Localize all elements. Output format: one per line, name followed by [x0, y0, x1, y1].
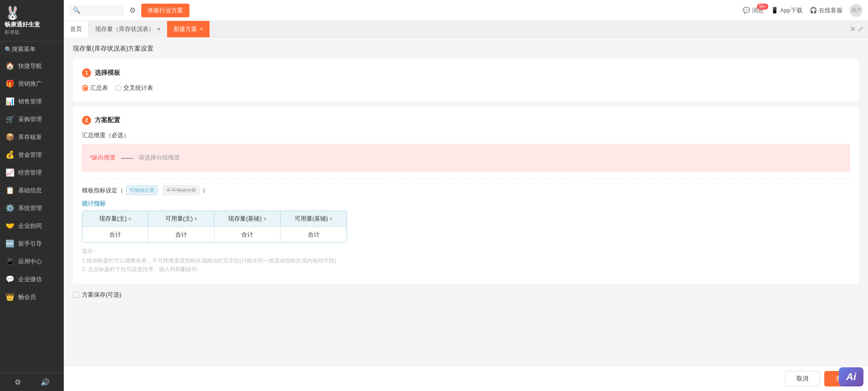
inventory-tab-close[interactable]: ×	[157, 26, 160, 32]
home-icon: 🏠	[5, 62, 15, 70]
sidebar-item-marketing[interactable]: 🎁 营销推广	[0, 75, 64, 93]
indicator-table: 现存量(主) ▾ 可用量(主) ▾ 现存量(基辅) ▾ 可用量(基辅) ▾	[82, 211, 347, 243]
radio-cross-dot	[115, 85, 122, 91]
home-tab-label: 首页	[70, 25, 82, 33]
sidebar-item-member[interactable]: 👑 畅会员	[0, 288, 64, 306]
sidebar-item-quick-nav[interactable]: 🏠 快捷导航	[0, 57, 64, 75]
indicator-settings: 模板指标设定（ 可拖动位置 不可拖动位置 ）	[82, 185, 850, 195]
sidebar-item-new-guide[interactable]: 🆕 新手引导	[0, 235, 64, 252]
sidebar-search[interactable]: 🔍 搜索菜单	[0, 41, 64, 57]
save-checkbox[interactable]	[73, 292, 79, 298]
sidebar-item-finance[interactable]: 💰 资金管理	[0, 146, 64, 164]
sidebar-item-basic-info[interactable]: 📋 基础信息	[0, 181, 64, 199]
radio-cross[interactable]: 交叉统计表	[115, 84, 153, 92]
new-plan-tab-close[interactable]: ×	[200, 26, 203, 32]
sidebar-item-cooperation[interactable]: 🤝 企业协同	[0, 217, 64, 235]
indicator-table-header: 现存量(主) ▾ 可用量(主) ▾ 现存量(基辅) ▾ 可用量(基辅) ▾	[82, 211, 347, 226]
tips-box: 提示： 1.拖动标题栏可以调整布局，不可跨维度或指标区域拖动栏目字段(只能在同一…	[82, 247, 850, 273]
sidebar-item-system[interactable]: ⚙️ 系统管理	[0, 199, 64, 217]
topbar: 🔍 ⚙ 体验行业方案 💬 消息 99+ 📱 App下载 🎧 在线客服 用户	[64, 0, 868, 21]
wechat-icon: 💬	[5, 275, 15, 283]
sidebar-item-label: 新手引导	[18, 240, 42, 248]
content-area: 现存量(库存状况表)方案设置 1 选择模板 汇总表 交叉统计表 2	[64, 37, 868, 366]
radio-cross-label: 交叉统计表	[123, 84, 153, 92]
topbar-online-service[interactable]: 🎧 在线客服	[810, 6, 842, 15]
dimension-box[interactable]: *纵向维度 —— 请选择分组维度	[82, 144, 850, 171]
template-radio-group: 汇总表 交叉统计表	[82, 84, 850, 92]
sidebar-item-purchase[interactable]: 🛒 采购管理	[0, 110, 64, 128]
section1-title: 选择模板	[95, 69, 120, 77]
radio-summary[interactable]: 汇总表	[82, 84, 108, 92]
sidebar-item-label: 销售管理	[18, 98, 42, 106]
indicator-settings-label: 模板指标设定（ 可拖动位置 不可拖动位置 ）	[82, 185, 850, 195]
sidebar-item-label: 畅会员	[18, 293, 36, 301]
chart-icon: 📊	[5, 97, 15, 106]
section1-header: 1 选择模板	[82, 68, 850, 77]
app-subtitle: 标准版	[5, 29, 59, 36]
sidebar-item-app-center[interactable]: 📱 应用中心	[0, 252, 64, 270]
expand-icon[interactable]: ⤢	[858, 25, 863, 33]
search-icon: 🔍	[5, 46, 12, 53]
col-header-label-2: 现存量(基辅)	[228, 215, 262, 223]
cancel-button[interactable]: 取消	[785, 371, 820, 386]
sidebar-item-inventory[interactable]: 📦 库存核算	[0, 128, 64, 146]
minimize-icon[interactable]: ✕	[850, 25, 856, 33]
divider-1	[82, 179, 850, 179]
gear-icon: ⚙️	[5, 204, 15, 212]
col-header-0: 现存量(主) ▾	[82, 211, 148, 226]
settings-footer-icon[interactable]: ⚙	[15, 378, 21, 386]
sidebar-item-label: 快捷导航	[18, 62, 42, 70]
sidebar-item-label: 库存核算	[18, 133, 42, 141]
radio-summary-dot	[82, 85, 88, 91]
sidebar-item-label: 采购管理	[18, 115, 42, 123]
user-avatar[interactable]: 用户	[850, 4, 863, 17]
col-header-label-3: 可用量(基辅)	[295, 215, 328, 223]
section1-card: 1 选择模板 汇总表 交叉统计表	[73, 59, 859, 101]
sidebar-footer: ⚙ 🔊	[0, 373, 64, 391]
audio-footer-icon[interactable]: 🔊	[41, 378, 50, 386]
drag-badge: 可拖动位置	[126, 185, 158, 195]
phone-icon: 📱	[771, 7, 778, 14]
indicator-settings-prefix: 模板指标设定（	[82, 186, 123, 195]
tab-expand-controls: ✕ ⤢	[850, 25, 868, 33]
cell-0-1: 合计	[148, 227, 214, 242]
table-row: 合计 合计 合计 合计	[82, 226, 347, 242]
topbar-search-box[interactable]: 🔍	[69, 5, 124, 15]
tab-new-plan[interactable]: 新建方案 ×	[167, 21, 210, 37]
tab-home[interactable]: 首页	[64, 21, 89, 37]
inventory-tab-label: 现存量（库存状况表）	[95, 25, 154, 33]
cell-val-0-3: 合计	[308, 231, 320, 239]
industry-btn[interactable]: 体验行业方案	[141, 4, 189, 17]
ai-badge[interactable]: Ai	[839, 367, 863, 386]
sidebar-search-label: 搜索菜单	[12, 45, 36, 53]
sidebar-item-wechat[interactable]: 💬 企业微信	[0, 270, 64, 288]
cart-icon: 🛒	[5, 115, 15, 123]
handshake-icon: 🤝	[5, 221, 15, 230]
sidebar-item-sales[interactable]: 📊 销售管理	[0, 93, 64, 110]
topbar-app-download[interactable]: 📱 App下载	[771, 6, 802, 15]
col-chevron-1[interactable]: ▾	[194, 216, 197, 222]
cell-0-0: 合计	[82, 227, 148, 242]
save-option: 方案保存(可选)	[73, 291, 859, 299]
phone-icon: 📱	[5, 257, 15, 266]
section2-num: 2	[82, 116, 91, 125]
section2-header: 2 方案配置	[82, 116, 850, 125]
radio-summary-label: 汇总表	[90, 84, 108, 92]
cell-val-0-0: 合计	[109, 231, 121, 239]
cell-0-3: 合计	[281, 227, 347, 242]
col-chevron-2[interactable]: ▾	[264, 216, 266, 222]
tips-title: 提示：	[82, 247, 850, 255]
col-chevron-3[interactable]: ▾	[330, 216, 332, 222]
stats-title: 统计指标	[82, 200, 850, 208]
sidebar-item-label: 应用中心	[18, 257, 42, 266]
topbar-search-input[interactable]	[82, 7, 118, 14]
topbar-gear-icon[interactable]: ⚙	[128, 4, 138, 16]
sidebar-item-operations[interactable]: 📈 经营管理	[0, 164, 64, 181]
box-icon: 📦	[5, 133, 15, 141]
topbar-messages[interactable]: 💬 消息 99+	[743, 6, 764, 15]
money-icon: 💰	[5, 150, 15, 159]
headset-icon: 🎧	[810, 7, 817, 14]
page-title: 现存量(库存状况表)方案设置	[73, 45, 859, 53]
tab-inventory[interactable]: 现存量（库存状况表） ×	[89, 21, 167, 37]
col-chevron-0[interactable]: ▾	[128, 216, 131, 222]
